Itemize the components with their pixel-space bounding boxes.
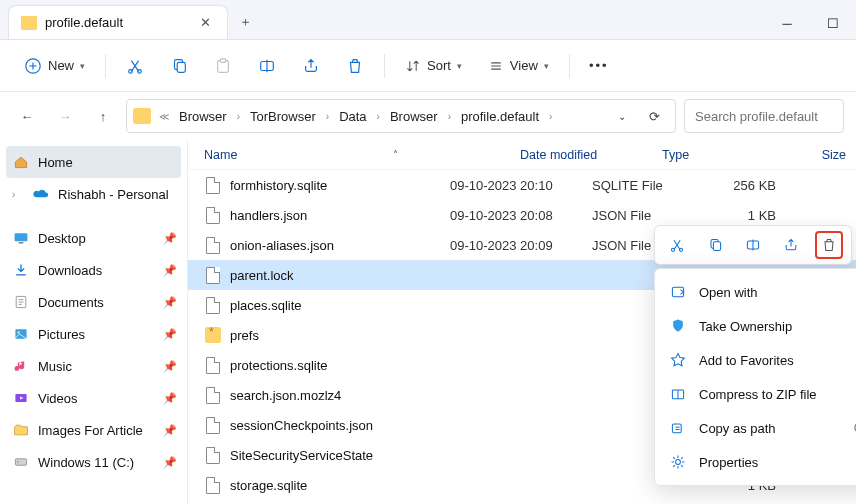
breadcrumb-item[interactable]: Browser bbox=[384, 109, 444, 124]
ctx-compress-zip[interactable]: Compress to ZIP file bbox=[655, 377, 856, 411]
col-type[interactable]: Type bbox=[662, 148, 780, 162]
sidebar-item-label: Downloads bbox=[38, 263, 102, 278]
ctx-rename-button[interactable] bbox=[739, 231, 767, 259]
chevron-right-icon[interactable]: › bbox=[12, 189, 24, 200]
rename-button[interactable] bbox=[248, 49, 286, 83]
cut-button[interactable] bbox=[116, 49, 154, 83]
forward-button[interactable]: → bbox=[50, 101, 80, 131]
file-icon bbox=[206, 237, 220, 254]
sidebar-item-videos[interactable]: Videos📌 bbox=[0, 382, 187, 414]
col-name[interactable]: Name bbox=[204, 148, 450, 162]
breadcrumb-item[interactable]: Data bbox=[333, 109, 372, 124]
sidebar-item-home[interactable]: Home bbox=[6, 146, 181, 178]
paste-button[interactable] bbox=[204, 49, 242, 83]
sort-indicator-icon: ˄ bbox=[393, 149, 398, 160]
scissors-icon bbox=[669, 237, 685, 253]
ctx-add-favorites[interactable]: Add to Favorites bbox=[655, 343, 856, 377]
view-button[interactable]: View ▾ bbox=[478, 49, 559, 83]
breadcrumb-item[interactable]: profile.default bbox=[455, 109, 545, 124]
sort-button[interactable]: Sort ▾ bbox=[395, 49, 472, 83]
plus-circle-icon bbox=[24, 57, 42, 75]
pin-icon[interactable]: 📌 bbox=[163, 328, 177, 341]
svg-rect-6 bbox=[220, 58, 225, 62]
file-name: protections.sqlite bbox=[230, 358, 450, 373]
sort-icon bbox=[405, 58, 421, 74]
file-name: search.json.mozlz4 bbox=[230, 388, 450, 403]
ctx-open-with[interactable]: Open with Enter bbox=[655, 275, 856, 309]
address-bar[interactable]: ≪ Browser› TorBrowser› Data› Browser› pr… bbox=[126, 99, 676, 133]
new-tab-button[interactable]: ＋ bbox=[228, 5, 262, 39]
search-box[interactable] bbox=[684, 99, 844, 133]
pin-icon[interactable]: 📌 bbox=[163, 392, 177, 405]
refresh-button[interactable]: ⟳ bbox=[639, 101, 669, 131]
sidebar-item-onedrive[interactable]: › Rishabh - Personal bbox=[0, 178, 187, 210]
up-button[interactable]: ↑ bbox=[88, 101, 118, 131]
sidebar-item-music[interactable]: Music📌 bbox=[0, 350, 187, 382]
sidebar-item-documents[interactable]: Documents📌 bbox=[0, 286, 187, 318]
share-button[interactable] bbox=[292, 49, 330, 83]
sidebar-item-windows-11-c-[interactable]: Windows 11 (C:)📌 bbox=[0, 446, 187, 478]
pin-icon[interactable]: 📌 bbox=[163, 456, 177, 469]
file-icon bbox=[206, 267, 220, 284]
ctx-cut-button[interactable] bbox=[663, 231, 691, 259]
command-toolbar: New ▾ Sort ▾ View ▾ ••• bbox=[0, 40, 856, 92]
sidebar-item-desktop[interactable]: Desktop📌 bbox=[0, 222, 187, 254]
pin-icon[interactable]: 📌 bbox=[163, 264, 177, 277]
ctx-copy-button[interactable] bbox=[701, 231, 729, 259]
more-button[interactable]: ••• bbox=[580, 49, 618, 83]
file-name: places.sqlite bbox=[230, 298, 450, 313]
scissors-icon bbox=[126, 57, 144, 75]
search-input[interactable] bbox=[695, 109, 833, 124]
videos-icon bbox=[12, 389, 30, 407]
minimize-button[interactable]: ─ bbox=[764, 7, 810, 39]
breadcrumb-item[interactable]: TorBrowser bbox=[244, 109, 322, 124]
ctx-share-button[interactable] bbox=[777, 231, 805, 259]
maximize-button[interactable]: ☐ bbox=[810, 7, 856, 39]
pin-icon[interactable]: 📌 bbox=[163, 360, 177, 373]
cloud-icon bbox=[32, 185, 50, 203]
ctx-properties[interactable]: Properties Alt+Enter bbox=[655, 445, 856, 479]
file-row[interactable]: formhistory.sqlite09-10-2023 20:10SQLITE… bbox=[188, 170, 856, 200]
pin-icon[interactable]: 📌 bbox=[163, 424, 177, 437]
col-size[interactable]: Size bbox=[780, 148, 856, 162]
sort-label: Sort bbox=[427, 58, 451, 73]
file-name: handlers.json bbox=[230, 208, 450, 223]
copy-button[interactable] bbox=[160, 49, 198, 83]
new-button[interactable]: New ▾ bbox=[14, 49, 95, 83]
nav-sidebar: Home › Rishabh - Personal Desktop📌Downlo… bbox=[0, 140, 188, 504]
sidebar-item-images-for-article[interactable]: Images For Article📌 bbox=[0, 414, 187, 446]
sidebar-item-downloads[interactable]: Downloads📌 bbox=[0, 254, 187, 286]
ctx-copy-path[interactable]: Copy as path Ctrl+Shift+C bbox=[655, 411, 856, 445]
rename-icon bbox=[258, 57, 276, 75]
delete-button[interactable] bbox=[336, 49, 374, 83]
chevron-left-icon[interactable]: ≪ bbox=[157, 111, 171, 122]
sidebar-item-label: Desktop bbox=[38, 231, 86, 246]
ctx-add-favorites-label: Add to Favorites bbox=[699, 353, 794, 368]
pin-icon[interactable]: 📌 bbox=[163, 232, 177, 245]
images-for-article-icon bbox=[12, 421, 30, 439]
sidebar-item-label: Documents bbox=[38, 295, 104, 310]
pin-icon[interactable]: 📌 bbox=[163, 296, 177, 309]
file-name: formhistory.sqlite bbox=[230, 178, 450, 193]
nav-row: ← → ↑ ≪ Browser› TorBrowser› Data› Brows… bbox=[0, 92, 856, 140]
back-button[interactable]: ← bbox=[12, 101, 42, 131]
sidebar-item-pictures[interactable]: Pictures📌 bbox=[0, 318, 187, 350]
column-headers[interactable]: Name ˄ Date modified Type Size bbox=[188, 140, 856, 170]
window-tab[interactable]: profile.default ✕ bbox=[8, 5, 228, 39]
downloads-icon bbox=[12, 261, 30, 279]
col-date[interactable]: Date modified bbox=[520, 148, 662, 162]
file-type: JSON File bbox=[592, 208, 710, 223]
file-size: 1 KB bbox=[710, 208, 786, 223]
ctx-delete-button[interactable] bbox=[815, 231, 843, 259]
breadcrumb-item[interactable]: Browser bbox=[173, 109, 233, 124]
settings-file-icon bbox=[205, 327, 221, 343]
open-with-icon bbox=[669, 284, 687, 300]
dropdown-button[interactable]: ⌄ bbox=[607, 101, 637, 131]
svg-point-24 bbox=[676, 460, 681, 465]
file-name: parent.lock bbox=[230, 268, 450, 283]
chevron-down-icon: ▾ bbox=[80, 61, 85, 71]
close-tab-icon[interactable]: ✕ bbox=[196, 15, 215, 30]
star-icon bbox=[669, 352, 687, 368]
ctx-take-ownership[interactable]: Take Ownership bbox=[655, 309, 856, 343]
file-date: 09-10-2023 20:09 bbox=[450, 238, 592, 253]
